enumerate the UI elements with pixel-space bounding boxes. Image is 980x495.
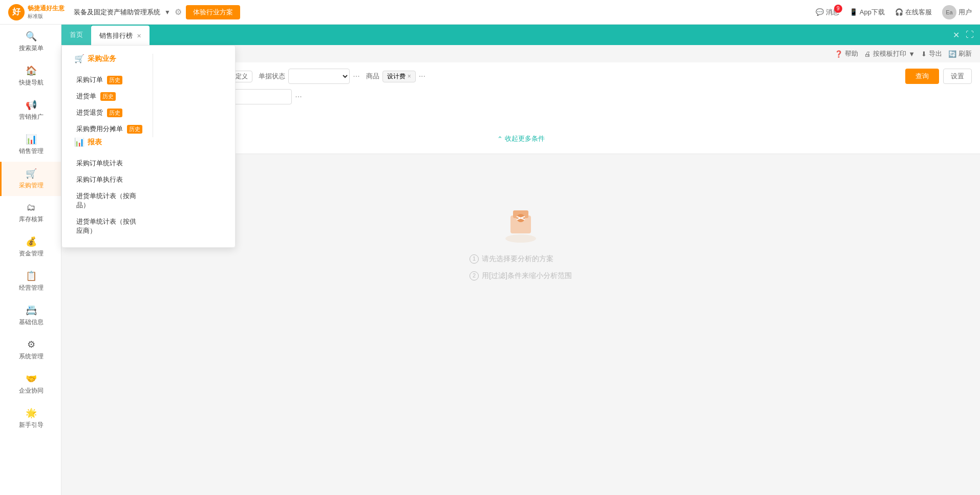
tab-bar: 首页 销售排行榜 ✕ ✕ ⛶ [61, 25, 980, 45]
collab-icon: 🤝 [26, 373, 37, 384]
sidebar-label-quicknav: 快捷导航 [19, 78, 44, 87]
refresh-button[interactable]: 🔄 刷新 [948, 49, 972, 58]
purchase-col-title-text: 采购业务 [88, 54, 116, 63]
tab-sales-ranking[interactable]: 销售排行榜 ✕ [91, 26, 150, 46]
sidebar-item-marketing[interactable]: 📢 营销推广 [0, 93, 61, 127]
dropdown-item-incoming[interactable]: 进货单 历史 [74, 88, 144, 104]
purchase-order-stats-label: 采购订单统计表 [76, 159, 123, 168]
sidebar-item-system[interactable]: ⚙ 系统管理 [0, 333, 61, 367]
collapse-up-icon: ⌃ [497, 135, 503, 143]
sidebar-label-system: 系统管理 [19, 352, 44, 361]
goods-tag-text: 设计费 [387, 72, 406, 81]
purchase-col-title: 🛒 采购业务 [74, 54, 144, 67]
sales-icon: 📊 [26, 134, 37, 145]
query-button[interactable]: 查询 [905, 69, 939, 84]
operations-icon: 📋 [26, 270, 37, 282]
expense-label: 采购费用分摊单 [76, 124, 123, 134]
report-col-icon: 📊 [74, 137, 84, 147]
avatar: Ea [942, 5, 956, 19]
print-button[interactable]: 🖨 按模板打印 ▼ [864, 49, 915, 58]
empty-illustration [495, 195, 546, 246]
doc-status-select[interactable] [288, 69, 350, 84]
purchase-col-icon: 🛒 [74, 54, 84, 63]
tab-home[interactable]: 首页 [61, 25, 91, 45]
collapse-button[interactable]: ⌃ 收起更多条件 [493, 130, 549, 147]
print-icon: 🖨 [864, 50, 871, 58]
user-item[interactable]: Ea 用户 [942, 5, 972, 19]
sidebar-item-guide[interactable]: 🌟 新手引导 [0, 401, 61, 436]
purchase-order-history-badge: 历史 [107, 76, 122, 84]
notification-item[interactable]: 💬 消息 9 [816, 8, 839, 17]
basicinfo-icon: 📇 [26, 305, 37, 316]
print-dropdown-icon: ▼ [908, 50, 915, 58]
return-label: 进货退货 [76, 108, 103, 117]
return-history-badge: 历史 [107, 109, 122, 117]
settings-gear-button[interactable]: ⚙ [175, 7, 182, 17]
dropdown-item-purchase-order-stats[interactable]: 采购订单统计表 [74, 155, 144, 171]
purchase-order-label: 采购订单 [76, 75, 103, 84]
dropdown-item-return[interactable]: 进货退货 历史 [74, 104, 144, 121]
dropdown-item-purchase-order-exec[interactable]: 采购订单执行表 [74, 171, 144, 188]
hint-text-1: 请先选择要分析的方案 [482, 252, 553, 265]
goods-filter: 商品 设计费 × ··· [366, 71, 425, 82]
sidebar-item-purchase[interactable]: 🛒 采购管理 [0, 162, 61, 196]
report-col: 📊 报表 采购订单统计表 采购订单执行表 进货单统计表（按商品） 进货单统计表（… [70, 137, 148, 239]
tab-close-icon[interactable]: ✕ [137, 33, 141, 39]
sidebar-item-finance[interactable]: 💰 资金管理 [0, 230, 61, 264]
system-title-area: 装备及固定资产辅助管理系统 ▼ ⚙ 体验行业方案 [74, 5, 816, 19]
collapse-label: 收起更多条件 [505, 134, 545, 143]
dropdown-item-expense[interactable]: 采购费用分摊单 历史 [74, 121, 144, 137]
phone-icon: 📱 [849, 8, 858, 16]
marketing-icon: 📢 [26, 99, 37, 111]
tab-fullscreen-button[interactable]: ⛶ [964, 28, 976, 41]
salesperson-more-icon[interactable]: ··· [295, 92, 302, 101]
sidebar-item-operations[interactable]: 📋 经营管理 [0, 264, 61, 298]
sidebar-item-collab[interactable]: 🤝 企业协同 [0, 367, 61, 401]
doc-status-filter: 单据状态 ··· [259, 69, 359, 84]
industry-solution-button[interactable]: 体验行业方案 [186, 5, 240, 19]
app-download-item[interactable]: 📱 App下载 [849, 8, 885, 17]
doc-status-more-icon[interactable]: ··· [353, 72, 359, 81]
goods-tag-close[interactable]: × [408, 73, 411, 80]
sidebar-label-operations: 经营管理 [19, 284, 44, 292]
help-icon: ❓ [835, 50, 843, 58]
empty-hints: 1 请先选择要分析的方案 2 用[过滤]条件来缩小分析范围 [470, 252, 572, 282]
system-title: 装备及固定资产辅助管理系统 [74, 8, 160, 17]
sidebar-label-finance: 资金管理 [19, 249, 44, 258]
logo-text: 畅捷通好生意 标准版 [28, 5, 65, 19]
doc-status-label: 单据状态 [259, 72, 285, 81]
refresh-label: 刷新 [958, 49, 972, 58]
sidebar-item-inventory[interactable]: 🗂 库存核算 [0, 196, 61, 230]
tab-home-label: 首页 [70, 30, 83, 39]
sidebar-item-quicknav[interactable]: 🏠 快捷导航 [0, 59, 61, 93]
goods-more-icon[interactable]: ··· [419, 72, 425, 81]
print-label: 按模板打印 [873, 49, 906, 58]
app-download-label: App下载 [860, 8, 885, 17]
header-right: 💬 消息 9 📱 App下载 🎧 在线客服 Ea 用户 [816, 5, 972, 19]
purchase-business-col: 🛒 采购业务 采购订单 历史 进货单 历史 进货退货 历史 采购费用分摊单 历史 [70, 54, 148, 137]
online-service-item[interactable]: 🎧 在线客服 [895, 8, 932, 17]
svg-point-0 [505, 234, 536, 243]
export-button[interactable]: ⬇ 导出 [921, 49, 942, 58]
logo-subtitle: 标准版 [28, 13, 65, 19]
expense-history-badge: 历史 [127, 125, 142, 134]
sidebar-item-basicinfo[interactable]: 📇 基础信息 [0, 298, 61, 333]
hint-number-1: 1 [470, 254, 479, 264]
export-icon: ⬇ [921, 50, 927, 58]
sidebar-item-search[interactable]: 🔍 搜索菜单 [0, 25, 61, 59]
dropdown-item-incoming-stats-goods[interactable]: 进货单统计表（按商品） [74, 188, 144, 213]
home-icon: 🏠 [26, 65, 37, 76]
report-col-title: 📊 报表 [74, 137, 144, 150]
guide-icon: 🌟 [26, 407, 37, 419]
help-button[interactable]: ❓ 帮助 [835, 49, 858, 58]
setting-button[interactable]: 设置 [943, 69, 972, 84]
message-icon: 💬 [816, 8, 824, 16]
system-dropdown-button[interactable]: ▼ [164, 9, 171, 16]
sidebar-label-sales: 销售管理 [19, 147, 44, 156]
sidebar-item-sales[interactable]: 📊 销售管理 [0, 127, 61, 162]
dropdown-item-incoming-stats-supplier[interactable]: 进货单统计表（按供应商） [74, 213, 144, 239]
tab-close-all-button[interactable]: ✕ [951, 28, 962, 42]
report-col-title-text: 报表 [88, 138, 102, 147]
dropdown-item-purchase-order[interactable]: 采购订单 历史 [74, 72, 144, 88]
incoming-stats-goods-label: 进货单统计表（按商品） [76, 191, 142, 210]
